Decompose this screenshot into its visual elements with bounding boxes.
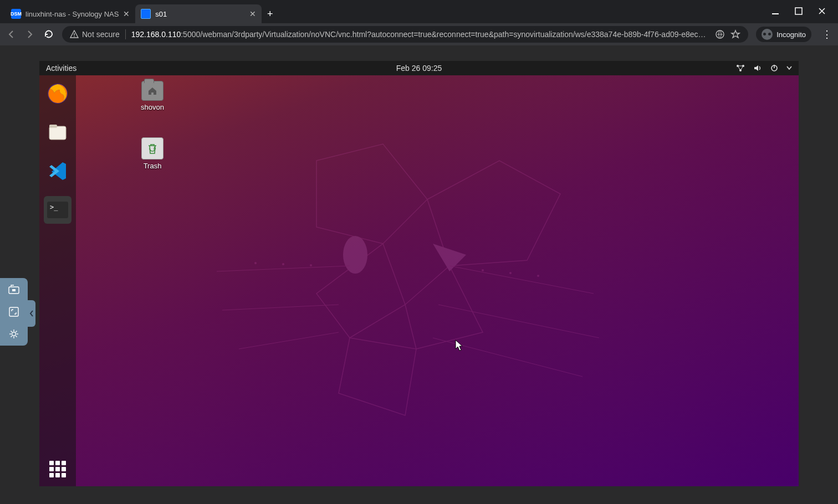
svg-line-16	[433, 338, 582, 377]
clock[interactable]: Feb 26 09:25	[396, 64, 442, 73]
svg-line-14	[438, 305, 599, 338]
svg-point-22	[537, 275, 539, 277]
svg-rect-2	[74, 33, 74, 35]
window-maximize-button[interactable]	[795, 7, 803, 15]
vscode-icon	[46, 160, 69, 183]
svg-point-20	[482, 269, 484, 271]
browser-tab-bar: DSM linuxhint-nas - Synology NAS ✕ s01 ✕…	[0, 0, 838, 23]
power-icon	[770, 64, 779, 73]
novnc-keyboard-button[interactable]	[7, 282, 21, 297]
novnc-toolbar	[0, 278, 28, 346]
firefox-icon	[45, 81, 70, 106]
forward-button[interactable]	[24, 29, 35, 40]
address-bar[interactable]: Not secure 192.168.0.110:5000/webman/3rd…	[62, 26, 748, 43]
dock-item-terminal[interactable]: >_	[44, 196, 71, 224]
svg-rect-0	[772, 13, 779, 14]
close-icon[interactable]: ✕	[123, 9, 130, 18]
dsm-favicon-icon: DSM	[11, 9, 21, 19]
warning-icon	[70, 30, 79, 39]
svg-rect-7	[9, 307, 18, 316]
vm-favicon-icon	[141, 9, 151, 19]
desktop-icon-home[interactable]: shovon	[134, 81, 171, 111]
folder-icon	[141, 81, 163, 101]
trash-icon	[141, 137, 163, 160]
svg-point-21	[509, 272, 512, 274]
reload-button[interactable]	[43, 29, 54, 40]
show-applications-button[interactable]	[49, 461, 66, 477]
svg-line-11	[217, 266, 350, 271]
incognito-icon	[762, 29, 773, 40]
window-close-button[interactable]	[818, 7, 826, 15]
terminal-icon: >_	[47, 202, 68, 218]
novnc-handle[interactable]	[28, 300, 35, 327]
window-minimize-button[interactable]	[771, 7, 779, 15]
browser-tab[interactable]: s01 ✕	[135, 4, 262, 23]
svg-marker-10	[433, 244, 466, 271]
system-status-area[interactable]	[735, 64, 792, 73]
files-icon	[46, 121, 69, 144]
security-label: Not secure	[82, 30, 120, 39]
translate-icon[interactable]	[715, 29, 725, 39]
incognito-label: Incognito	[776, 30, 806, 39]
back-button[interactable]	[6, 29, 17, 40]
gnome-top-bar: Activities Feb 26 09:25	[39, 61, 799, 75]
incognito-badge[interactable]: Incognito	[756, 27, 811, 42]
url-text: 192.168.0.110:5000/webman/3rdparty/Virtu…	[131, 30, 710, 39]
divider	[125, 29, 126, 39]
desktop-icon-label: Trash	[144, 162, 162, 170]
novnc-fullscreen-button[interactable]	[7, 305, 21, 319]
desktop-icon-label: shovon	[141, 103, 164, 111]
caret-down-icon	[786, 66, 792, 70]
close-icon[interactable]: ✕	[249, 9, 256, 18]
page-viewport: Activities Feb 26 09:25	[0, 45, 838, 504]
volume-icon	[753, 64, 762, 73]
mouse-cursor-icon	[455, 340, 464, 352]
new-tab-button[interactable]: +	[262, 4, 278, 23]
novnc-settings-button[interactable]	[7, 327, 21, 341]
svg-rect-3	[74, 36, 74, 37]
tab-title: linuxhint-nas - Synology NAS	[25, 10, 119, 18]
svg-line-12	[449, 266, 594, 294]
browser-menu-button[interactable]: ⋮	[821, 29, 832, 40]
site-security-indicator[interactable]: Not secure	[70, 30, 120, 39]
svg-rect-29	[49, 126, 66, 140]
svg-line-13	[222, 305, 339, 310]
svg-text:>_: >_	[50, 203, 58, 211]
dock-item-files[interactable]	[44, 119, 71, 146]
svg-rect-6	[12, 289, 16, 291]
gnome-dock: >_	[39, 75, 76, 486]
desktop-icon-trash[interactable]: Trash	[134, 137, 171, 170]
wallpaper-art	[172, 127, 627, 438]
svg-point-8	[12, 332, 16, 336]
activities-button[interactable]: Activities	[46, 64, 76, 73]
dock-item-vscode[interactable]	[44, 157, 71, 185]
tab-title: s01	[155, 10, 245, 18]
svg-rect-27	[774, 65, 775, 68]
svg-point-9	[343, 236, 367, 274]
svg-line-15	[239, 332, 339, 349]
svg-point-18	[282, 263, 284, 265]
svg-point-19	[310, 264, 312, 266]
bookmark-star-icon[interactable]	[730, 29, 740, 39]
svg-rect-1	[795, 8, 802, 14]
remote-desktop-screen[interactable]: Activities Feb 26 09:25	[39, 61, 799, 486]
browser-tab[interactable]: DSM linuxhint-nas - Synology NAS ✕	[6, 4, 135, 23]
network-icon	[735, 64, 745, 73]
dock-item-firefox[interactable]	[44, 80, 71, 107]
browser-toolbar: Not secure 192.168.0.110:5000/webman/3rd…	[0, 23, 838, 45]
svg-point-17	[254, 262, 257, 264]
